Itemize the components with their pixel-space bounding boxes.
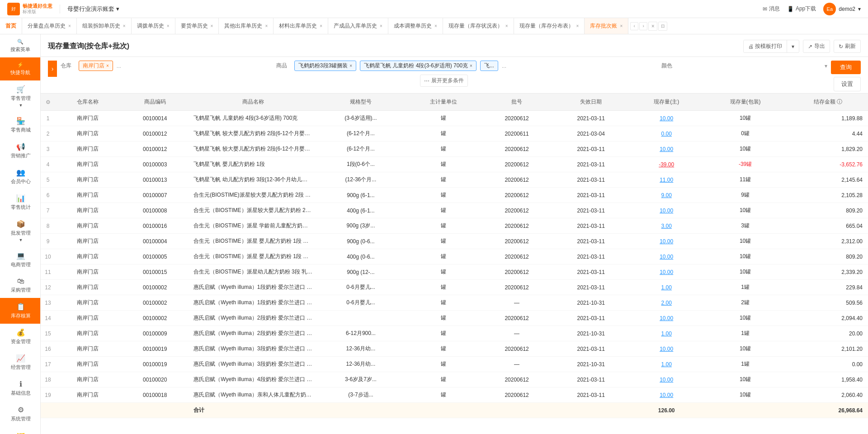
cell-qty-main[interactable]: 10.00	[630, 387, 703, 403]
close-tab-kucun2[interactable]: ×	[576, 24, 579, 28]
sidebar-item-basic[interactable]: ℹ 基础信息	[0, 375, 40, 401]
column-settings-icon[interactable]: ⚙	[44, 99, 52, 106]
sidebar-item-purchase[interactable]: 🛍 采购管理	[0, 273, 40, 298]
nav-next[interactable]: ›	[639, 22, 647, 30]
tab-kucun3[interactable]: 库存批次账 ×	[585, 18, 628, 34]
expand-more-btn[interactable]: ⋯ 展开更多条件	[420, 75, 468, 87]
cell-unit: 罐	[405, 357, 482, 372]
store-dropdown-icon[interactable]: ▾	[116, 5, 119, 12]
sidebar-purchase-label: 采购管理	[11, 287, 31, 293]
cell-qty-main[interactable]: 10.00	[630, 203, 703, 218]
sidebar-item-ecommerce[interactable]: 💻 电商管理	[0, 247, 40, 273]
cell-qty-main[interactable]: 1.00	[630, 280, 703, 295]
settings-button[interactable]: 设置	[834, 77, 861, 91]
cell-amount: 0.00	[788, 357, 868, 372]
close-tab-diaob[interactable]: ×	[167, 24, 170, 28]
tab-yaohuo[interactable]: 要货单历史 ×	[175, 18, 219, 34]
close-tab-kucun1[interactable]: ×	[505, 24, 508, 28]
close-tab-cailiao[interactable]: ×	[320, 24, 322, 28]
product-filter-more[interactable]: ...	[502, 63, 506, 69]
nav-expand[interactable]: ⊡	[658, 22, 667, 31]
store-selector[interactable]: 母婴行业演示账套 ▾	[67, 5, 119, 13]
app-download-button[interactable]: 📱 App下载	[787, 5, 816, 13]
cell-no: 15	[41, 326, 55, 341]
tab-diaob[interactable]: 调拨单历史 ×	[132, 18, 175, 34]
refresh-button[interactable]: ↻ 刷新	[834, 40, 861, 53]
tab-zuhe[interactable]: 组装拆卸单历史 ×	[77, 18, 132, 34]
tab-cailiao[interactable]: 材料出库单历史 ×	[274, 18, 328, 34]
tab-kucun2[interactable]: 现存量（库存分布表） ×	[514, 18, 585, 34]
sidebar-item-wholesale[interactable]: 📦 批发管理 ▼	[0, 215, 40, 247]
cell-qty-main[interactable]: 10.00	[630, 311, 703, 326]
cell-qty-main[interactable]: 2.00	[630, 295, 703, 311]
filter-collapse[interactable]: ›	[48, 61, 57, 77]
close-tab-zuhe[interactable]: ×	[123, 24, 126, 28]
sidebar-item-finance[interactable]: 💰 资金管理	[0, 324, 40, 349]
th-settings[interactable]: ⚙	[41, 94, 55, 111]
tab-home[interactable]: 首页	[0, 18, 22, 34]
cell-qty-main[interactable]: 10.00	[630, 372, 703, 387]
cell-expire: 2021-03-11	[552, 372, 630, 387]
content-area: 现存量查询(按仓库+批次) 🖨 按模板打印 ▾ ↗ 导出 ↻ 刷新	[41, 34, 868, 434]
cell-qty-main[interactable]: 10.00	[630, 341, 703, 357]
user-dropdown-icon[interactable]: ▾	[858, 6, 861, 12]
tab-kucun1[interactable]: 现存量（库存状况表） ×	[443, 18, 514, 34]
cell-qty-main[interactable]: 3.00	[630, 218, 703, 234]
warehouse-filter-close[interactable]: ×	[106, 63, 109, 68]
cell-qty-pack: -39罐	[703, 157, 788, 172]
cell-qty-main[interactable]: 10.00	[630, 249, 703, 264]
sidebar-item-ops[interactable]: 📈 经营管理	[0, 349, 40, 375]
warehouse-filter-more[interactable]: ...	[117, 63, 121, 69]
cell-qty-main[interactable]: 10.00	[630, 234, 703, 249]
cell-qty-main[interactable]: 10.00	[630, 142, 703, 157]
sidebar-item-mall[interactable]: 🏪 零售商城	[0, 112, 40, 138]
tab-chengpin[interactable]: 产成品入库单历史 ×	[328, 18, 388, 34]
table-row: 11 南岸门店 00100015 合生元（BIOSTIME）派星幼儿配方奶粉 3…	[41, 264, 868, 280]
sidebar-item-retail[interactable]: 🛒 零售管理 ▼	[0, 80, 40, 112]
cell-amount: 2,145.64	[788, 172, 868, 188]
close-tab-chengpin[interactable]: ×	[380, 24, 382, 28]
cell-spec: 400g (6-1...	[316, 203, 405, 218]
cell-qty-main[interactable]: -39.00	[630, 157, 703, 172]
cell-qty-main[interactable]: 10.00	[630, 264, 703, 280]
product-filter-tag1[interactable]: 飞鹤奶粉3段3罐捆装 ×	[294, 61, 356, 71]
close-tab-kucun3[interactable]: ×	[620, 24, 623, 28]
tab-chengben[interactable]: 成本调整单历史 ×	[388, 18, 443, 34]
sidebar-item-search[interactable]: 🔍 搜索英单	[0, 34, 40, 57]
sidebar-item-inventory[interactable]: 📋 库存核算	[0, 298, 40, 324]
user-area[interactable]: Ea demo2 ▾	[823, 3, 861, 15]
product-filter-tag2[interactable]: 飞鹤星飞帆 儿童奶粉 4段(3-6岁适用) 700克 ×	[360, 61, 476, 71]
close-tab-qita[interactable]: ×	[265, 24, 268, 28]
print-dropdown[interactable]: ▾	[787, 41, 799, 52]
cell-unit: 罐	[405, 157, 482, 172]
cell-warehouse: 南岸门店	[55, 280, 120, 295]
sidebar-item-marketing[interactable]: 📢 营销推广	[0, 138, 40, 164]
warehouse-filter-tag[interactable]: 南岸门店 ×	[79, 61, 113, 71]
query-button[interactable]: 查询	[831, 61, 861, 74]
cell-qty-main[interactable]: 9.00	[630, 188, 703, 203]
sidebar-item-stats[interactable]: 📊 零售统计	[0, 189, 40, 215]
sidebar-item-member[interactable]: 👥 会员中心	[0, 164, 40, 189]
message-button[interactable]: ✉ 消息	[763, 5, 780, 13]
tab-qita[interactable]: 其他出库单历史 ×	[219, 18, 274, 34]
product-filter-close1[interactable]: ×	[349, 63, 352, 68]
cell-qty-main[interactable]: 1.00	[630, 326, 703, 341]
close-tab-chengben[interactable]: ×	[434, 24, 437, 28]
nav-close-all[interactable]: ×	[648, 22, 657, 31]
product-filter-close2[interactable]: ×	[470, 63, 472, 68]
close-tab-fenpan[interactable]: ×	[68, 24, 71, 28]
sidebar-item-quicknav[interactable]: ⚡ 快捷导航	[0, 57, 40, 80]
close-tab-yaohuo[interactable]: ×	[211, 24, 213, 28]
nav-prev[interactable]: ‹	[630, 22, 638, 30]
sidebar-item-collab[interactable]: 🤝 企业协同	[0, 427, 40, 434]
tab-fenpan[interactable]: 分量盘点单历史 ×	[22, 18, 77, 34]
sidebar-item-system[interactable]: ⚙ 系统管理	[0, 401, 40, 427]
cell-qty-main[interactable]: 10.00	[630, 111, 703, 126]
export-button[interactable]: ↗ 导出	[803, 40, 830, 53]
print-button[interactable]: 🖨 按模板打印	[744, 40, 787, 52]
cell-qty-main[interactable]: 11.00	[630, 172, 703, 188]
cell-qty-main[interactable]: 0.00	[630, 126, 703, 142]
product-filter-tag3[interactable]: 飞...	[480, 61, 498, 71]
color-filter-down[interactable]: ▾	[825, 63, 827, 69]
cell-qty-main[interactable]: 1.00	[630, 357, 703, 372]
